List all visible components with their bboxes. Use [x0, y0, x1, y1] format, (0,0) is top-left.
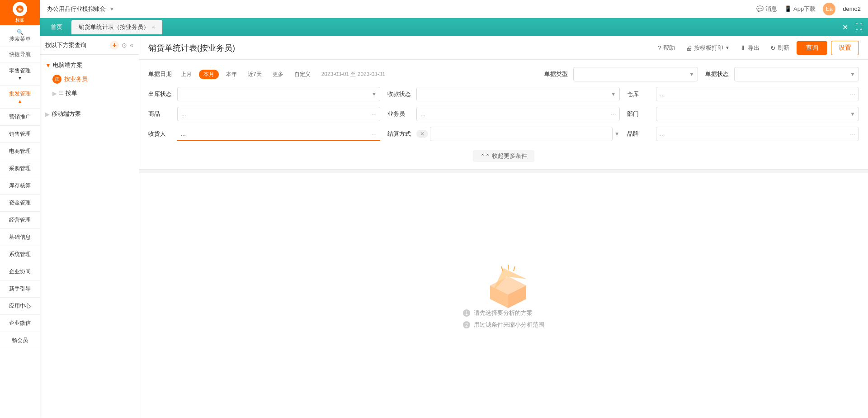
stock-out-select[interactable] [177, 87, 380, 101]
stock-label: 库存核算 [9, 182, 31, 190]
date-btn-more[interactable]: 更多 [269, 70, 287, 79]
staff-control: ··· [416, 107, 619, 121]
doc-status-select[interactable] [734, 67, 859, 81]
tab-bar: 首页 销货单统计表（按业务员） × ✕ ⛶ [40, 18, 868, 36]
sub-group-label: 按单 [66, 89, 77, 97]
consignee-field: 收货人 ··· [148, 127, 380, 141]
home-tab-label: 首页 [51, 23, 62, 31]
industry-selector[interactable]: 办公用品行业模拟账套 [47, 5, 106, 13]
sidebar-item-stock[interactable]: 库存核算 [0, 177, 40, 195]
add-scheme-icon[interactable]: + [110, 41, 119, 50]
refresh-button[interactable]: ↻ 刷新 [767, 42, 793, 54]
goods-field: 商品 ··· [148, 107, 380, 121]
print-arrow: ▼ [725, 45, 730, 50]
refresh-icon: ↻ [770, 44, 776, 52]
tag-close-button[interactable]: ✕ [420, 131, 425, 137]
staff-input[interactable] [416, 107, 619, 121]
date-btn-this-year[interactable]: 本年 [222, 70, 241, 79]
stock-out-control: ▼ [177, 87, 380, 101]
tab-home[interactable]: 首页 [43, 20, 70, 34]
collection-select[interactable] [416, 87, 619, 101]
tab-minimize-icon[interactable]: ✕ [840, 21, 850, 33]
brand-input[interactable] [656, 127, 859, 141]
search-icon: 🔍 [0, 29, 40, 35]
empty-state-inner: 1 请先选择要分析的方案 2 用过滤条件来缩小分析范围 [463, 263, 544, 329]
collection-field: 收款状态 ▼ [387, 87, 619, 101]
settlement-select[interactable] [430, 127, 612, 141]
collapse-panel-icon[interactable]: « [130, 42, 133, 49]
operation-label: 经营管理 [9, 216, 31, 224]
sales-label: 销售管理 [9, 130, 31, 138]
warehouse-field: 仓库 ··· [627, 87, 859, 101]
sidebar-search[interactable]: 🔍 搜索菜单 [0, 25, 40, 47]
date-btn-last-month[interactable]: 上月 [177, 70, 195, 79]
desktop-scheme-title[interactable]: ▼ 电脑端方案 [40, 58, 139, 72]
sidebar-item-purchase[interactable]: 采购管理 [0, 160, 40, 177]
sidebar-item-wechat[interactable]: 企业微信 [0, 315, 40, 332]
page-action-bar: ? 帮助 🖨 按模板打印 ▼ ⬇ 导出 ↻ 刷新 [654, 41, 859, 55]
apps-label: 应用中心 [9, 302, 31, 310]
sidebar-item-finance[interactable]: 资金管理 [0, 195, 40, 212]
doc-type-select[interactable] [573, 67, 698, 81]
purchase-label: 采购管理 [9, 165, 31, 172]
industry-dropdown-icon[interactable]: ▼ [109, 6, 114, 12]
collapse-button[interactable]: ⌃⌃ 收起更多条件 [473, 150, 534, 162]
template-print-button[interactable]: 🖨 按模板打印 ▼ [682, 42, 733, 54]
tab-maximize-icon[interactable]: ⛶ [854, 21, 864, 33]
sidebar-item-ecommerce[interactable]: 电商管理 [0, 143, 40, 160]
mobile-scheme-title[interactable]: ▶ 移动端方案 [40, 107, 139, 121]
settlement-tag: ✕ [416, 130, 428, 138]
settings-button[interactable]: 设置 [831, 41, 859, 55]
date-btn-custom[interactable]: 自定义 [291, 70, 314, 79]
date-selector: 上月 本月 本年 近7天 更多 自定义 2023-03-01 至 2023-03… [177, 70, 385, 79]
search-label: 搜索菜单 [9, 36, 31, 42]
sidebar-item-wholesale[interactable]: 批发管理 ▲ [0, 86, 40, 109]
tab-active[interactable]: 销货单统计表（按业务员） × [71, 20, 162, 34]
consignee-input[interactable] [177, 127, 380, 141]
export-button[interactable]: ⬇ 导出 [737, 42, 763, 54]
app-download-button[interactable]: 📱 App下载 [784, 5, 816, 13]
sidebar-item-operation[interactable]: 经营管理 [0, 212, 40, 229]
enterprise-label: 企业协同 [9, 268, 31, 276]
edit-scheme-icon[interactable]: ⊙ [122, 42, 127, 49]
scheme-tools: + ⊙ « [110, 41, 133, 50]
tip-item-2: 2 用过滤条件来缩小分析范围 [463, 321, 544, 329]
sidebar-item-system[interactable]: 系统管理 [0, 246, 40, 263]
sidebar-quick-nav[interactable]: 快捷导航 [0, 47, 40, 62]
sidebar-item-apps[interactable]: 应用中心 [0, 298, 40, 315]
dept-select[interactable] [656, 107, 859, 121]
desktop-arrow: ▼ [45, 62, 51, 69]
sidebar-item-retail[interactable]: 零售管理 ▼ [0, 62, 40, 86]
sidebar-item-guide[interactable]: 新手引导 [0, 280, 40, 298]
settlement-field: 结算方式 ✕ ▼ [387, 127, 619, 141]
staff-field: 业务员 ··· [387, 107, 619, 121]
message-icon: 💬 [756, 5, 764, 12]
app-download-label: App下载 [793, 5, 816, 13]
help-button[interactable]: ? 帮助 [654, 42, 679, 54]
sidebar-item-basic[interactable]: 基础信息 [0, 229, 40, 246]
sub-group-by-order[interactable]: ▶ ☰ 按单 [40, 86, 139, 100]
query-button[interactable]: 查询 [797, 41, 827, 55]
desktop-label: 电脑端方案 [53, 61, 82, 69]
date-btn-7days[interactable]: 近7天 [244, 70, 265, 79]
filter-row-1: 单据日期 上月 本月 本年 近7天 更多 自定义 2023-03-01 至 20… [148, 67, 859, 81]
tab-close-button[interactable]: × [152, 24, 155, 30]
wechat-label: 企业微信 [9, 319, 31, 327]
sidebar-item-sales[interactable]: 销售管理 [0, 126, 40, 143]
date-field: 单据日期 上月 本月 本年 近7天 更多 自定义 2023-03-01 至 20… [148, 70, 537, 79]
brand-label: 品牌 [627, 130, 652, 138]
goods-input[interactable] [177, 107, 380, 121]
svg-text:畅: 畅 [18, 7, 22, 12]
sidebar-item-member[interactable]: 畅会员 [0, 332, 40, 349]
empty-tips: 1 请先选择要分析的方案 2 用过滤条件来缩小分析范围 [463, 309, 544, 329]
warehouse-input[interactable] [656, 87, 859, 101]
sidebar-item-marketing[interactable]: 营销推广 [0, 109, 40, 126]
scheme-panel-title: 按以下方案查询 [45, 41, 86, 49]
username[interactable]: demo2 [843, 5, 861, 12]
filter-area: 单据日期 上月 本月 本年 近7天 更多 自定义 2023-03-01 至 20… [139, 60, 868, 170]
message-button[interactable]: 💬 消息 [756, 5, 777, 13]
sidebar-item-enterprise[interactable]: 企业协同 [0, 263, 40, 280]
scheme-item-by-staff[interactable]: 按 按业务员 [40, 72, 139, 86]
dept-control: ▼ [656, 107, 859, 121]
date-btn-this-month[interactable]: 本月 [199, 70, 219, 79]
